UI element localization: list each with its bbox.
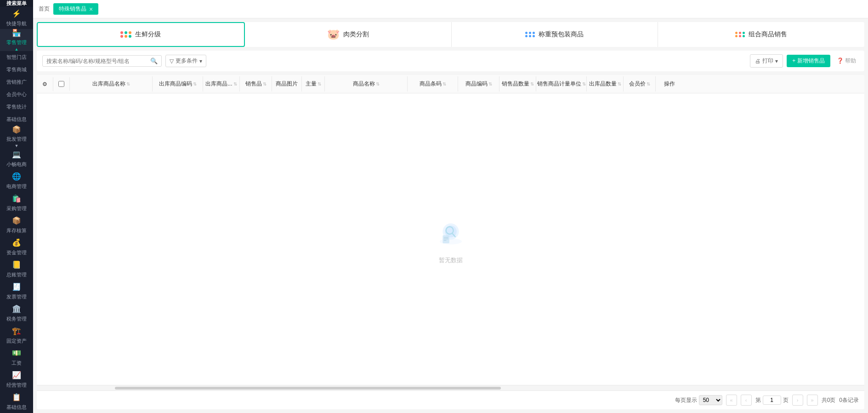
new-sale-item-label: + 新增销售品 <box>792 57 824 65</box>
sidebar-item-wholesale-mgmt[interactable]: 📦 批发管理 ▼ <box>0 126 33 148</box>
sidebar-item-finance[interactable]: 💰 资金管理 <box>0 236 33 258</box>
sort-icon-5[interactable]: ⇅ <box>318 82 321 86</box>
sort-icon-7[interactable]: ⇅ <box>443 82 446 86</box>
prev-page-button[interactable]: ‹ <box>741 395 752 406</box>
column-settings-icon[interactable]: ⚙ <box>42 81 47 87</box>
th-out-goods-spec: 出库商品... ⇅ <box>203 76 240 92</box>
tab-combo-sales-label: 组合商品销售 <box>749 30 787 39</box>
tax-icon: 🏛️ <box>12 304 21 314</box>
finance-icon: 💰 <box>12 238 21 248</box>
toolbar-right: 🖨 打印 ▾ + 新增销售品 ❓ 帮助 <box>750 54 859 68</box>
sort-icon-12[interactable]: ⇅ <box>647 82 650 86</box>
th-sale-qty: 销售品数量 ⇅ <box>499 76 536 92</box>
sidebar-item-basic-info[interactable]: 基础信息 <box>0 113 33 126</box>
tab-meat-cut[interactable]: 🐷 肉类分割 <box>245 22 452 47</box>
fresh-grade-icon <box>120 31 131 38</box>
svg-rect-5 <box>443 235 449 243</box>
print-arrow-icon: ▾ <box>775 58 778 64</box>
search-input[interactable] <box>46 58 148 64</box>
sidebar-item-tax-mgmt[interactable]: 🏛️ 税务管理 <box>0 302 33 324</box>
toolbar-left: 🔍 ▽ 更多条件 ▾ <box>42 55 206 67</box>
toolbar: 🔍 ▽ 更多条件 ▾ 🖨 打印 ▾ + 新增销售品 ❓ <box>37 51 864 71</box>
th-out-goods-code: 出库商品编码 ⇅ <box>153 76 203 92</box>
sidebar-item-purchase-mgmt[interactable]: 🛍️ 采购管理 <box>0 192 33 214</box>
page-size-select[interactable]: 10 20 50 100 <box>699 395 722 405</box>
mini-ecom-icon: 💻 <box>12 149 21 160</box>
th-checkbox[interactable] <box>53 77 70 91</box>
sort-icon-9[interactable]: ⇅ <box>530 82 534 86</box>
retail-mgmt-icon: 🏪 <box>12 28 21 38</box>
search-box[interactable]: 🔍 <box>42 55 162 67</box>
th-barcode: 商品条码 ⇅ <box>408 76 458 92</box>
sidebar-item-retail-stats[interactable]: 零售统计 <box>0 101 33 113</box>
print-button[interactable]: 🖨 打印 ▾ <box>750 54 783 68</box>
th-settings[interactable]: ⚙ <box>37 77 53 91</box>
search-icon[interactable]: 🔍 <box>150 57 158 64</box>
new-sale-item-button[interactable]: + 新增销售品 <box>787 55 830 67</box>
th-main: 主量 ⇅ <box>302 76 325 92</box>
tab-weigh-prepack-label: 称重预包装商品 <box>539 30 584 39</box>
last-page-button[interactable]: » <box>807 395 818 406</box>
page-number-input[interactable] <box>763 396 781 405</box>
print-icon: 🖨 <box>755 58 760 64</box>
sidebar-item-member-center[interactable]: 会员中心 <box>0 88 33 101</box>
th-goods-code: 商品编码 ⇅ <box>458 76 499 92</box>
sidebar-item-ops-mgmt[interactable]: 📈 经营管理 <box>0 368 33 390</box>
help-icon: ❓ <box>837 57 844 64</box>
th-member-price: 会员价 ⇅ <box>624 76 656 92</box>
sidebar-item-ecom-mgmt[interactable]: 🌐 电商管理 <box>0 170 33 192</box>
tab-combo-sales[interactable]: 组合商品销售 <box>658 22 864 47</box>
print-label: 打印 <box>762 57 773 65</box>
tab-fresh-grade[interactable]: 生鲜分级 <box>37 22 245 47</box>
sort-icon-8[interactable]: ⇅ <box>488 82 492 86</box>
sort-icon-11[interactable]: ⇅ <box>618 82 621 86</box>
sidebar-item-general-ledger[interactable]: 📒 总账管理 <box>0 258 33 280</box>
th-goods-name: 商品名称 ⇅ <box>325 76 408 92</box>
sort-icon-10[interactable]: ⇅ <box>582 82 586 86</box>
sort-icon[interactable]: ⇅ <box>126 82 130 86</box>
sidebar-item-inventory[interactable]: 📦 库存核算 <box>0 214 33 236</box>
sidebar-item-basic-info2[interactable]: 📋 基础信息 <box>0 390 33 413</box>
scale-dots-icon <box>525 32 535 37</box>
th-sale-unit: 销售商品计量单位 ⇅ <box>536 76 587 92</box>
purchase-icon: 🛍️ <box>12 194 21 204</box>
close-tab-button[interactable]: × <box>89 6 93 12</box>
th-out-qty: 出库品数量 ⇅ <box>587 76 624 92</box>
sidebar-item-retail-mgmt[interactable]: 🏪 零售管理 ▲ <box>0 29 33 51</box>
sidebar-item-retail-mall[interactable]: 零售商城 <box>0 63 33 76</box>
empty-state: 暂无数据 <box>37 93 864 385</box>
th-out-goods-name: 出库商品名称 ⇅ <box>70 76 153 92</box>
tab-meat-cut-label: 肉类分割 <box>343 30 369 39</box>
invoice-icon: 🧾 <box>12 282 21 292</box>
sidebar-item-salary[interactable]: 💵 工资 <box>0 346 33 368</box>
first-page-button[interactable]: « <box>726 395 737 406</box>
salary-icon: 💵 <box>12 348 21 358</box>
total-pages: 共0页 <box>822 396 836 404</box>
page-label: 第 <box>755 396 761 404</box>
page-size-label: 每页显示 <box>675 396 697 404</box>
table-horizontal-scrollbar[interactable] <box>37 385 864 390</box>
sidebar-item-sales-promo[interactable]: 营销推广 <box>0 76 33 88</box>
sidebar-item-mini-ecom[interactable]: 💻 小畅电商 <box>0 148 33 170</box>
home-breadcrumb[interactable]: 首页 <box>39 5 50 13</box>
inventory-icon: 📦 <box>12 216 21 226</box>
ledger-icon: 📒 <box>12 260 21 270</box>
sort-icon-4[interactable]: ⇅ <box>263 82 267 86</box>
filter-button[interactable]: ▽ 更多条件 ▾ <box>165 55 206 67</box>
sidebar-item-invoice-mgmt[interactable]: 🧾 发票管理 <box>0 280 33 302</box>
sidebar-item-quick-nav[interactable]: ⚡ 快捷导航 <box>0 7 33 29</box>
sort-icon-2[interactable]: ⇅ <box>193 82 197 86</box>
active-tab[interactable]: 特殊销售品 × <box>53 3 98 15</box>
tab-weigh-prepack[interactable]: 称重预包装商品 <box>452 22 658 47</box>
help-button[interactable]: ❓ 帮助 <box>834 55 859 67</box>
sidebar-logo: 搜索菜单 <box>0 0 33 7</box>
sort-icon-6[interactable]: ⇅ <box>376 82 380 86</box>
sidebar-item-smart-store[interactable]: 智慧门店 <box>0 51 33 63</box>
select-all-checkbox[interactable] <box>58 81 64 87</box>
help-label: 帮助 <box>845 57 856 64</box>
next-page-button[interactable]: › <box>792 395 803 406</box>
table-area: ⚙ 出库商品名称 ⇅ 出库商品编码 ⇅ 出库商品... ⇅ <box>37 75 864 409</box>
category-tabs: 生鲜分级 🐷 肉类分割 <box>37 22 864 47</box>
sidebar-item-fixed-assets[interactable]: 🏗️ 固定资产 <box>0 324 33 346</box>
sort-icon-3[interactable]: ⇅ <box>233 82 237 86</box>
